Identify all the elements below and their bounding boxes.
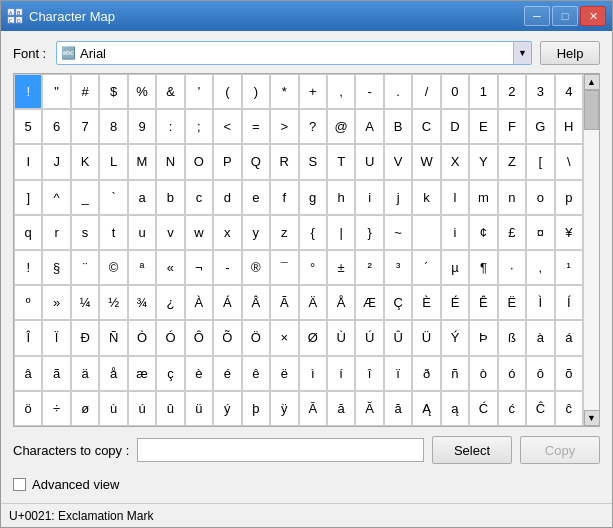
char-cell[interactable]: Ä (299, 285, 327, 320)
char-cell[interactable]: ] (14, 180, 42, 215)
advanced-view-label[interactable]: Advanced view (32, 477, 119, 492)
char-cell[interactable]: I (14, 144, 42, 179)
char-cell[interactable]: C (412, 109, 440, 144)
char-cell[interactable]: # (71, 74, 99, 109)
char-cell[interactable]: | (327, 215, 355, 250)
char-cell[interactable]: ì (299, 356, 327, 391)
char-cell[interactable]: t (99, 215, 127, 250)
char-cell[interactable]: º (14, 285, 42, 320)
char-cell[interactable]: 9 (128, 109, 156, 144)
char-cell[interactable]: ã (42, 356, 70, 391)
char-cell[interactable]: Þ (469, 320, 497, 355)
char-cell[interactable]: K (71, 144, 99, 179)
char-cell[interactable]: o (526, 180, 554, 215)
char-cell[interactable]: Ù (327, 320, 355, 355)
maximize-button[interactable]: □ (552, 6, 578, 26)
char-cell[interactable]: ? (299, 109, 327, 144)
char-cell[interactable]: Ê (469, 285, 497, 320)
char-cell[interactable]: þ (242, 391, 270, 426)
char-cell[interactable]: w (185, 215, 213, 250)
char-cell[interactable]: é (213, 356, 241, 391)
char-cell[interactable]: ± (327, 250, 355, 285)
char-cell[interactable]: Ý (441, 320, 469, 355)
char-cell[interactable]: h (327, 180, 355, 215)
char-cell[interactable]: à (526, 320, 554, 355)
char-cell[interactable]: z (270, 215, 298, 250)
char-cell[interactable]: ý (213, 391, 241, 426)
chars-to-copy-input[interactable] (137, 438, 424, 462)
char-cell[interactable]: £ (498, 215, 526, 250)
char-cell[interactable]: Ã (270, 285, 298, 320)
char-cell[interactable]: > (270, 109, 298, 144)
char-cell[interactable]: 1 (469, 74, 497, 109)
char-cell[interactable]: â (14, 356, 42, 391)
char-cell[interactable]: ç (156, 356, 184, 391)
char-cell[interactable]: ø (71, 391, 99, 426)
char-cell[interactable]: ù (99, 391, 127, 426)
char-cell[interactable]: Ĉ (526, 391, 554, 426)
char-cell[interactable]: \ (555, 144, 583, 179)
scrollbar[interactable]: ▲ ▼ (583, 74, 599, 426)
char-cell[interactable]: ' (185, 74, 213, 109)
char-cell[interactable]: î (355, 356, 383, 391)
char-cell[interactable]: 2 (498, 74, 526, 109)
char-cell[interactable]: Á (213, 285, 241, 320)
char-cell[interactable]: T (327, 144, 355, 179)
scroll-track[interactable] (584, 90, 599, 410)
char-cell[interactable]: } (355, 215, 383, 250)
char-cell[interactable]: Ö (242, 320, 270, 355)
char-cell[interactable]: Ì (526, 285, 554, 320)
char-cell[interactable]: ¶ (469, 250, 497, 285)
char-cell[interactable]: í (327, 356, 355, 391)
char-cell[interactable]: / (412, 74, 440, 109)
char-cell[interactable]: ; (185, 109, 213, 144)
char-cell[interactable]: c (185, 180, 213, 215)
char-cell[interactable]: ¢ (469, 215, 497, 250)
char-cell[interactable]: ë (270, 356, 298, 391)
char-cell[interactable]: W (412, 144, 440, 179)
char-cell[interactable]: ą (441, 391, 469, 426)
char-cell[interactable]: ¤ (526, 215, 554, 250)
char-cell[interactable]: Í (555, 285, 583, 320)
char-cell[interactable]: Ô (185, 320, 213, 355)
char-cell[interactable]: , (327, 74, 355, 109)
char-cell[interactable]: Ò (128, 320, 156, 355)
char-cell[interactable]: ¿ (156, 285, 184, 320)
char-cell[interactable]: § (42, 250, 70, 285)
char-cell[interactable]: ª (128, 250, 156, 285)
char-cell[interactable]: ~ (384, 215, 412, 250)
char-cell[interactable]: e (242, 180, 270, 215)
char-cell[interactable]: : (156, 109, 184, 144)
char-cell[interactable]: ô (526, 356, 554, 391)
char-cell[interactable]: ñ (441, 356, 469, 391)
char-cell[interactable]: , (526, 250, 554, 285)
char-cell[interactable]: ā (327, 391, 355, 426)
char-cell[interactable]: Y (469, 144, 497, 179)
char-cell[interactable]: ß (498, 320, 526, 355)
char-cell[interactable]: ² (355, 250, 383, 285)
char-cell[interactable]: ¾ (128, 285, 156, 320)
char-cell[interactable]: k (412, 180, 440, 215)
char-cell[interactable]: å (99, 356, 127, 391)
char-cell[interactable]: ! (14, 74, 42, 109)
char-cell[interactable]: " (42, 74, 70, 109)
char-cell[interactable]: B (384, 109, 412, 144)
char-cell[interactable]: E (469, 109, 497, 144)
char-cell[interactable]: R (270, 144, 298, 179)
char-cell[interactable]: ( (213, 74, 241, 109)
char-cell[interactable]: ð (412, 356, 440, 391)
char-cell[interactable]: x (213, 215, 241, 250)
char-cell[interactable]: è (185, 356, 213, 391)
char-cell[interactable] (412, 215, 440, 250)
char-cell[interactable]: D (441, 109, 469, 144)
char-cell[interactable]: s (71, 215, 99, 250)
char-cell[interactable]: g (299, 180, 327, 215)
char-cell[interactable]: - (355, 74, 383, 109)
char-cell[interactable]: f (270, 180, 298, 215)
char-cell[interactable]: « (156, 250, 184, 285)
char-cell[interactable]: ò (469, 356, 497, 391)
char-cell[interactable]: u (128, 215, 156, 250)
char-cell[interactable]: N (156, 144, 184, 179)
char-cell[interactable]: ä (71, 356, 99, 391)
char-cell[interactable]: = (242, 109, 270, 144)
